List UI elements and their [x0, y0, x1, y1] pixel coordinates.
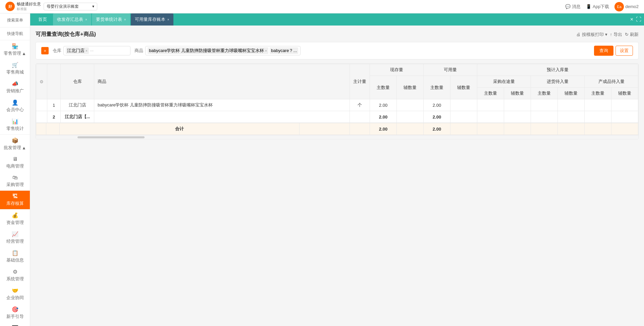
- tab-receivable-close[interactable]: ×: [85, 18, 87, 21]
- td-pur-aux-2: [504, 111, 531, 123]
- sidebar-item-marketing[interactable]: 📣 营销推广: [0, 78, 30, 97]
- basic-info-label: 基础信息: [6, 257, 24, 263]
- operations-label: 经营管理: [6, 238, 24, 244]
- td-prod-aux-2: [611, 111, 638, 123]
- sidebar-item-basic-info[interactable]: 📋 基础信息: [0, 247, 30, 266]
- export-btn[interactable]: ↑ 导出: [610, 32, 623, 38]
- tab-maximize-btn[interactable]: ⛶: [636, 16, 641, 22]
- purchase-mgmt-icon: 🛍: [12, 175, 18, 181]
- sidebar-item-retail-mall[interactable]: 🛒 零售商城: [0, 59, 30, 78]
- sidebar-item-purchase-mgmt[interactable]: 🛍 采购管理: [0, 172, 30, 190]
- td-current-main-2: 2.00: [370, 111, 397, 123]
- top-bar-left: 好 畅捷通好生意 标准版 母婴行业演示账套 ▾: [5, 2, 97, 11]
- th-current-stock-main: 主数量: [370, 76, 397, 99]
- wholesale-mgmt-label: 批发管理: [4, 145, 21, 151]
- refresh-icon: ↻: [625, 32, 629, 37]
- main-layout: 搜索菜单 快捷导航 🏪 零售管理 ▲ 🛒 零售商城 📣 营销推广 👤: [0, 13, 644, 326]
- sidebar-item-wholesale-mgmt[interactable]: 📦 批发管理 ▲: [0, 135, 30, 153]
- industry-selector[interactable]: 母婴行业演示账套 ▾: [44, 3, 97, 10]
- filter-warehouse-tag-close[interactable]: ×: [86, 49, 88, 53]
- summary-label: 合计: [60, 123, 300, 135]
- system-mgmt-label: 系统管理: [6, 276, 24, 282]
- print-btn[interactable]: 🖨 按模板打印 ▾: [576, 32, 607, 38]
- scrollbar-thumb[interactable]: [77, 136, 145, 138]
- enterprise-label: 企业协同: [6, 295, 24, 301]
- settings-btn[interactable]: 设置: [615, 46, 633, 56]
- refresh-btn[interactable]: ↻ 刷新: [625, 32, 639, 38]
- filter-product-tag-1-value: babycare学饮杯 儿童防摔防撞吸管杯重力球吸嘴杯宝宝水杯: [149, 48, 264, 54]
- td-avail-aux-1: [450, 99, 477, 111]
- export-icon: ↑: [610, 32, 612, 37]
- marketing-icon: 📣: [12, 81, 18, 87]
- td-settings-1: [36, 99, 47, 111]
- filter-warehouse-tag-value: 江北门店: [67, 48, 85, 54]
- summary-current-main: 2.00: [370, 123, 397, 135]
- operations-icon: 📈: [12, 231, 18, 237]
- query-btn[interactable]: 查询: [594, 46, 613, 56]
- filter-product-tag-2: babycare？...: [270, 47, 298, 54]
- retail-mgmt-icon: 🏪: [12, 43, 18, 49]
- retail-mgmt-label: 零售管理: [4, 50, 21, 56]
- tab-available-inventory[interactable]: 可用量库存账本 ×: [131, 13, 173, 26]
- td-inb-main-2: [531, 111, 558, 123]
- sidebar-item-operations[interactable]: 📈 经营管理: [0, 228, 30, 247]
- page-content: 可用量查询(按仓库+商品) 🖨 按模板打印 ▾ ↑ 导出 ↻ 刷新: [30, 26, 644, 326]
- th-available: 可用量: [424, 64, 477, 76]
- tab-home[interactable]: 首页: [33, 13, 52, 26]
- filter-warehouse-ellipsis: ···: [90, 48, 94, 53]
- filter-warehouse-input[interactable]: 江北门店 × ···: [63, 46, 130, 55]
- sidebar-item-new-guide[interactable]: 🎯 新手引导: [0, 304, 30, 322]
- td-settings-2: [36, 111, 47, 123]
- filter-product-input[interactable]: babycare学饮杯 儿童防摔防撞吸管杯重力球吸嘴杯宝宝水杯 × babyca…: [145, 46, 301, 55]
- sidebar-search-area: 搜索菜单: [0, 13, 30, 28]
- enterprise-icon: 🤝: [12, 287, 18, 294]
- td-product-1: babycare学饮杯 儿童防摔防撞吸管杯重力球吸嘴杯宝宝水杯: [94, 99, 350, 111]
- sidebar-item-member-center[interactable]: 👤 会员中心: [0, 97, 30, 115]
- sidebar: 搜索菜单 快捷导航 🏪 零售管理 ▲ 🛒 零售商城 📣 营销推广 👤: [0, 13, 30, 326]
- td-inb-main-1: [531, 99, 558, 111]
- th-available-main: 主数量: [424, 76, 450, 99]
- sidebar-item-finance[interactable]: 💰 资金管理: [0, 209, 30, 228]
- table-header-row-1: ⚙ 仓库 商品 主计量 现存量 可用量 预计入库量: [36, 64, 638, 76]
- message-btn[interactable]: 💬 消息: [565, 4, 581, 10]
- sidebar-item-enterprise[interactable]: 🤝 企业协同: [0, 285, 30, 304]
- gear-icon[interactable]: ⚙: [40, 79, 44, 84]
- sidebar-item-system-mgmt[interactable]: ⚙ 系统管理: [0, 266, 30, 285]
- inventory-icon: 🏗: [12, 193, 18, 199]
- tab-bar: 首页 收发存汇总表 × 要货单统计表 × 可用量库存账本 × × ⛶: [30, 13, 644, 26]
- filter-area: » 仓库 江北门店 × ··· 商品 babycare: [36, 42, 639, 59]
- sidebar-item-ecommerce[interactable]: 🖥 电商管理: [0, 153, 30, 172]
- top-bar: 好 畅捷通好生意 标准版 母婴行业演示账套 ▾ 💬 消息 📱 App下载 Ea …: [0, 0, 644, 13]
- th-available-aux: 辅数量: [450, 76, 477, 99]
- industry-dropdown-icon: ▾: [92, 4, 94, 9]
- print-dropdown-icon: ▾: [605, 32, 607, 37]
- quick-nav-btn[interactable]: 快捷导航: [1, 29, 29, 39]
- marketing-label: 营销推广: [6, 88, 24, 94]
- app-download-btn[interactable]: 📱 App下载: [586, 4, 609, 10]
- sidebar-item-app-center[interactable]: 🔲 应用中心: [0, 322, 30, 326]
- app-download-label: App下载: [593, 4, 609, 10]
- tab-bar-right: × ⛶: [630, 16, 641, 22]
- tab-available-inventory-close[interactable]: ×: [167, 18, 169, 21]
- user-menu[interactable]: Ea demo2: [614, 2, 639, 11]
- sidebar-section-retail: 🏪 零售管理 ▲ 🛒 零售商城 📣 营销推广 👤 会员中心 📊 零售统计: [0, 40, 30, 135]
- sidebar-item-retail-mgmt[interactable]: 🏪 零售管理 ▲: [0, 40, 30, 59]
- sidebar-item-retail-stats[interactable]: 📊 零售统计: [0, 115, 30, 134]
- filter-expand-btn[interactable]: »: [41, 47, 49, 54]
- tab-purchase-stats[interactable]: 要货单统计表 ×: [92, 13, 130, 26]
- tab-receivable-label: 收发存汇总表: [57, 16, 83, 22]
- tab-close-all-btn[interactable]: ×: [630, 16, 633, 22]
- filter-actions: 查询 设置: [594, 46, 633, 56]
- search-menu-btn[interactable]: 搜索菜单: [3, 16, 27, 25]
- tab-purchase-stats-close[interactable]: ×: [124, 18, 126, 21]
- td-prod-main-2: [585, 111, 611, 123]
- th-settings: ⚙: [36, 64, 47, 99]
- th-current-stock-aux: 辅数量: [397, 76, 424, 99]
- tab-receivable[interactable]: 收发存汇总表 ×: [53, 13, 91, 26]
- td-pur-aux-1: [504, 99, 531, 111]
- filter-product-tag-1-close[interactable]: ×: [265, 49, 267, 53]
- sidebar-item-inventory[interactable]: 🏗 库存核算: [0, 191, 30, 209]
- th-current-stock: 现存量: [370, 64, 424, 76]
- horizontal-scrollbar[interactable]: [36, 135, 638, 139]
- username: demo2: [625, 4, 639, 9]
